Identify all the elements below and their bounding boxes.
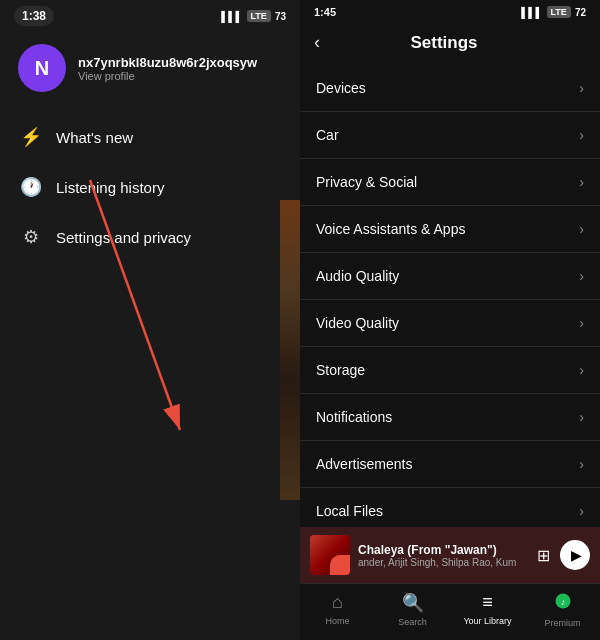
nav-item-search[interactable]: 🔍 Search	[375, 592, 450, 628]
settings-header: ‹ Settings	[300, 24, 600, 65]
chevron-privacy-social: ›	[579, 174, 584, 190]
search-icon: 🔍	[402, 592, 424, 614]
chevron-advertisements: ›	[579, 456, 584, 472]
username: nx7ynrbkl8uzu8w6r2jxoqsyw	[78, 55, 257, 70]
chevron-voice-assistants: ›	[579, 221, 584, 237]
profile-info: nx7ynrbkl8uzu8w6r2jxoqsyw View profile	[78, 55, 257, 82]
signal-bars-left: ▌▌▌	[221, 11, 242, 22]
settings-label-car: Car	[316, 127, 339, 143]
nav-item-premium[interactable]: ♪ Premium	[525, 592, 600, 628]
track-artwork	[310, 535, 350, 575]
track-controls: ⊞ ▶	[537, 540, 590, 570]
track-info: Chaleya (From "Jawan") ander, Arijit Sin…	[358, 543, 529, 568]
settings-item-video-quality[interactable]: Video Quality ›	[300, 300, 600, 347]
settings-item-storage[interactable]: Storage ›	[300, 347, 600, 394]
settings-item-privacy-social[interactable]: Privacy & Social ›	[300, 159, 600, 206]
settings-label-devices: Devices	[316, 80, 366, 96]
chevron-car: ›	[579, 127, 584, 143]
settings-item-notifications[interactable]: Notifications ›	[300, 394, 600, 441]
settings-item-audio-quality[interactable]: Audio Quality ›	[300, 253, 600, 300]
svg-text:♪: ♪	[560, 597, 565, 607]
whats-new-label: What's new	[56, 129, 133, 146]
battery-left: 73	[275, 11, 286, 22]
status-bar-left: 1:38 ▌▌▌ LTE 73	[0, 0, 300, 32]
settings-list: Devices › Car › Privacy & Social › Voice…	[300, 65, 600, 527]
chevron-audio-quality: ›	[579, 268, 584, 284]
signal-left: ▌▌▌ LTE 73	[221, 10, 286, 22]
now-playing-bar[interactable]: Chaleya (From "Jawan") ander, Arijit Sin…	[300, 527, 600, 583]
library-label: Your Library	[463, 616, 511, 626]
chevron-video-quality: ›	[579, 315, 584, 331]
settings-label-local-files: Local Files	[316, 503, 383, 519]
battery-right: 72	[575, 7, 586, 18]
premium-icon: ♪	[554, 592, 572, 615]
settings-label-audio-quality: Audio Quality	[316, 268, 399, 284]
listening-history-label: Listening history	[56, 179, 164, 196]
chevron-notifications: ›	[579, 409, 584, 425]
settings-item-local-files[interactable]: Local Files ›	[300, 488, 600, 527]
settings-privacy-label: Settings and privacy	[56, 229, 191, 246]
library-icon: ≡	[482, 592, 493, 613]
settings-item-car[interactable]: Car ›	[300, 112, 600, 159]
settings-item-advertisements[interactable]: Advertisements ›	[300, 441, 600, 488]
time-right: 1:45	[314, 6, 336, 18]
listening-history-icon: 🕐	[20, 176, 42, 198]
whats-new-icon: ⚡	[20, 126, 42, 148]
signal-right: ▌▌▌ LTE 72	[521, 6, 586, 18]
nav-item-home[interactable]: ⌂ Home	[300, 592, 375, 628]
settings-label-video-quality: Video Quality	[316, 315, 399, 331]
settings-item-voice-assistants[interactable]: Voice Assistants & Apps ›	[300, 206, 600, 253]
nav-item-library[interactable]: ≡ Your Library	[450, 592, 525, 628]
lte-left: LTE	[247, 10, 271, 22]
play-button[interactable]: ▶	[560, 540, 590, 570]
menu-item-listening-history[interactable]: 🕐 Listening history	[0, 162, 300, 212]
track-artist: ander, Arijit Singh, Shilpa Rao, Kum	[358, 557, 529, 568]
premium-label: Premium	[544, 618, 580, 628]
play-icon: ▶	[571, 547, 582, 563]
profile-section[interactable]: N nx7ynrbkl8uzu8w6r2jxoqsyw View profile	[0, 32, 300, 112]
track-name: Chaleya (From "Jawan")	[358, 543, 529, 557]
search-label: Search	[398, 617, 427, 627]
settings-privacy-icon: ⚙	[20, 226, 42, 248]
chevron-devices: ›	[579, 80, 584, 96]
home-label: Home	[325, 616, 349, 626]
right-panel: 1:45 ▌▌▌ LTE 72 ‹ Settings Devices › Car…	[300, 0, 600, 640]
settings-label-voice-assistants: Voice Assistants & Apps	[316, 221, 465, 237]
menu-item-settings-privacy[interactable]: ⚙ Settings and privacy	[0, 212, 300, 262]
settings-label-storage: Storage	[316, 362, 365, 378]
avatar: N	[18, 44, 66, 92]
settings-item-devices[interactable]: Devices ›	[300, 65, 600, 112]
home-icon: ⌂	[332, 592, 343, 613]
left-panel: 1:38 ▌▌▌ LTE 73 N nx7ynrbkl8uzu8w6r2jxoq…	[0, 0, 300, 640]
settings-title: Settings	[330, 33, 558, 53]
bottom-nav: ⌂ Home 🔍 Search ≡ Your Library ♪ Premium	[300, 583, 600, 640]
chevron-local-files: ›	[579, 503, 584, 519]
view-profile-link[interactable]: View profile	[78, 70, 257, 82]
signal-bars-right: ▌▌▌	[521, 7, 542, 18]
back-button[interactable]: ‹	[314, 32, 320, 53]
time-left: 1:38	[14, 6, 54, 26]
queue-icon[interactable]: ⊞	[537, 546, 550, 565]
menu-item-whats-new[interactable]: ⚡ What's new	[0, 112, 300, 162]
settings-label-privacy-social: Privacy & Social	[316, 174, 417, 190]
settings-label-notifications: Notifications	[316, 409, 392, 425]
album-strip-decoration	[280, 200, 300, 500]
chevron-storage: ›	[579, 362, 584, 378]
settings-label-advertisements: Advertisements	[316, 456, 412, 472]
lte-right: LTE	[547, 6, 571, 18]
status-bar-right: 1:45 ▌▌▌ LTE 72	[300, 0, 600, 24]
